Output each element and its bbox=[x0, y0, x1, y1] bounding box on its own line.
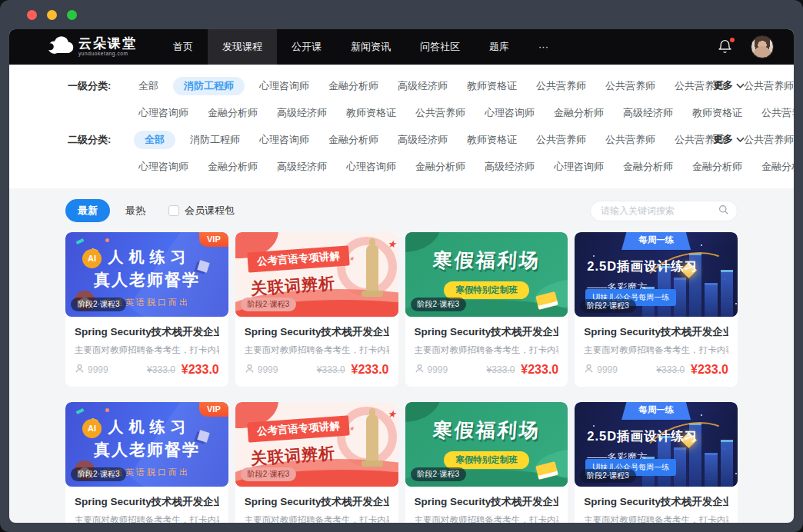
category-chip[interactable]: 高级经济师 bbox=[618, 104, 678, 122]
category-chip[interactable]: 教师资格证 bbox=[688, 104, 747, 122]
category-chip[interactable]: 金融分析师 bbox=[203, 104, 262, 122]
student-count: 9999 bbox=[75, 364, 108, 376]
banner-title: 寒假福利场 bbox=[405, 417, 568, 443]
current-price: ¥233.0 bbox=[352, 363, 389, 377]
category-chip[interactable]: 心理咨询师 bbox=[342, 158, 401, 176]
member-package-checkbox[interactable] bbox=[168, 205, 179, 216]
course-title[interactable]: Spring Security技术栈开发企业下的交... bbox=[75, 325, 219, 339]
course-description: 主要面对教师招聘备考考生，打卡内容包括... bbox=[584, 344, 728, 356]
person-icon bbox=[75, 364, 85, 376]
category-chip[interactable]: 全部 bbox=[134, 77, 163, 95]
category-chip[interactable]: 公共营养师 bbox=[411, 104, 470, 122]
category-chip[interactable]: 公共营养师 bbox=[601, 77, 660, 95]
more-button-level1[interactable]: 更多 bbox=[713, 78, 745, 92]
category-chip[interactable]: 心理咨询师 bbox=[255, 77, 314, 95]
category-chip[interactable]: 高级经济师 bbox=[272, 158, 332, 176]
notification-bell-icon[interactable] bbox=[717, 38, 734, 55]
category-chip[interactable]: 高级经济师 bbox=[272, 104, 332, 122]
person-icon bbox=[415, 364, 425, 376]
category-chip[interactable]: 公共营养师 bbox=[531, 131, 591, 149]
nav-item-discover-courses[interactable]: 发现课程 bbox=[208, 29, 277, 65]
banner-ribbon: 每周一练 bbox=[621, 232, 691, 250]
category-chip[interactable]: 公共营养师 bbox=[739, 131, 794, 149]
person-icon bbox=[245, 364, 255, 376]
tab-hottest[interactable]: 最热 bbox=[125, 204, 145, 218]
course-card[interactable]: 寒假福利场 寒假特别定制班 阶段2·课程3 Spring Security技术栈… bbox=[405, 232, 568, 387]
category-chip[interactable]: 公共营养师 bbox=[531, 77, 591, 95]
student-count: 9999 bbox=[415, 364, 448, 376]
category-chip[interactable]: 金融分析师 bbox=[618, 158, 678, 176]
stage-badge: 阶段2·课程3 bbox=[71, 467, 126, 481]
search-icon[interactable] bbox=[718, 204, 729, 218]
close-window-button[interactable] bbox=[27, 10, 37, 20]
course-card[interactable]: AI VIP 人机练习 真人老师督学 地道英语脱口而出 阶段2·课程3 Spri… bbox=[65, 402, 228, 523]
category-chip[interactable]: 心理咨询师 bbox=[255, 131, 314, 149]
course-card[interactable]: 寒假福利场 寒假特别定制班 阶段2·课程3 Spring Security技术栈… bbox=[405, 402, 568, 523]
nav-item-qa-community[interactable]: 问答社区 bbox=[405, 29, 475, 65]
course-title[interactable]: Spring Security技术栈开发企业 bbox=[415, 325, 559, 339]
logo[interactable]: 云朵课堂 yunduoketang.com bbox=[45, 35, 137, 59]
course-card[interactable]: 公考言语专项讲解 关联词辨析 阶段2·课程3 Spring Security技术… bbox=[235, 402, 398, 523]
category-chip-selected[interactable]: 消防工程师 bbox=[173, 77, 245, 95]
course-card[interactable]: 每周一练 2.5D插画设计练习 ——多彩魔方 UI妹儿公众号每周一练 阶段2·课… bbox=[575, 232, 738, 387]
category-chip[interactable]: 教师资格证 bbox=[342, 104, 401, 122]
decor-confetti bbox=[105, 408, 109, 412]
course-card[interactable]: 每周一练 2.5D插画设计练习 ——多彩魔方 UI妹儿公众号每周一练 阶段2·课… bbox=[575, 402, 738, 523]
minimize-window-button[interactable] bbox=[47, 10, 57, 20]
tab-newest[interactable]: 最新 bbox=[65, 199, 110, 222]
category-chip[interactable]: 高级经济师 bbox=[480, 158, 539, 176]
category-chip[interactable]: 高级经济师 bbox=[393, 77, 452, 95]
filter-level1-label: 一级分类: bbox=[68, 77, 134, 131]
nav-item-more-ellipsis[interactable]: ··· bbox=[524, 29, 563, 65]
category-chip[interactable]: 金融分析师 bbox=[411, 158, 470, 176]
window-titlebar bbox=[0, 0, 803, 29]
nav-item-open-classes[interactable]: 公开课 bbox=[277, 29, 336, 65]
category-chip[interactable]: 金融分析师 bbox=[757, 158, 794, 176]
category-chip[interactable]: 公共营养师 bbox=[757, 104, 794, 122]
course-title[interactable]: Spring Security技术栈开发企业下的交... bbox=[245, 495, 389, 509]
course-card[interactable]: 公考言语专项讲解 关联词辨析 阶段2·课程3 Spring Security技术… bbox=[235, 232, 398, 387]
category-chip[interactable]: 公共营养师 bbox=[739, 77, 794, 95]
member-package-filter[interactable]: 会员课程包 bbox=[168, 204, 235, 218]
course-description: 主要面对教师招聘备考考生，打卡内容包括... bbox=[245, 344, 389, 356]
category-chip[interactable]: 消防工程师 bbox=[185, 131, 245, 149]
category-chip[interactable]: 金融分析师 bbox=[203, 158, 262, 176]
ai-badge: AI bbox=[82, 419, 102, 438]
category-chip[interactable]: 教师资格证 bbox=[462, 77, 521, 95]
category-chip[interactable]: 公共营养师 bbox=[601, 131, 660, 149]
category-chip[interactable]: 金融分析师 bbox=[688, 158, 747, 176]
course-banner-navy: 每周一练 2.5D插画设计练习 ——多彩魔方 UI妹儿公众号每周一练 阶段2·课… bbox=[575, 402, 738, 487]
nav-item-home[interactable]: 首页 bbox=[158, 29, 208, 65]
course-title[interactable]: Spring Security技术栈开发企业 bbox=[584, 495, 728, 509]
user-avatar[interactable] bbox=[751, 35, 774, 58]
category-chip[interactable]: 心理咨询师 bbox=[134, 104, 193, 122]
search-box[interactable] bbox=[590, 201, 738, 221]
category-chip[interactable]: 教师资格证 bbox=[462, 131, 521, 149]
stage-badge: 阶段2·课程3 bbox=[580, 299, 635, 313]
course-description: 主要面对教师招聘备考考生，打卡内容包括... bbox=[75, 344, 219, 356]
course-title[interactable]: Spring Security技术栈开发企业下的交... bbox=[75, 495, 219, 509]
filter-level2: 二级分类: 全部 消防工程师 心理咨询师 金融分析师 高级经济师 教师资格证 公… bbox=[68, 131, 745, 185]
student-count: 9999 bbox=[584, 364, 618, 376]
course-title[interactable]: Spring Security技术栈开发企业 bbox=[584, 325, 728, 339]
stage-badge: 阶段2·课程3 bbox=[580, 469, 635, 483]
search-input[interactable] bbox=[601, 205, 718, 216]
category-chip[interactable]: 心理咨询师 bbox=[134, 158, 193, 176]
more-button-level2[interactable]: 更多 bbox=[713, 132, 745, 146]
category-chip[interactable]: 心理咨询师 bbox=[480, 104, 539, 122]
zoom-window-button[interactable] bbox=[67, 10, 77, 20]
nav-item-question-bank[interactable]: 题库 bbox=[475, 29, 524, 65]
original-price: ¥333.0 bbox=[317, 364, 345, 375]
course-title[interactable]: Spring Security技术栈开发企业 bbox=[415, 495, 559, 509]
decor-confetti bbox=[105, 238, 109, 242]
category-chip-selected[interactable]: 全部 bbox=[134, 131, 175, 149]
category-chip[interactable]: 心理咨询师 bbox=[549, 158, 608, 176]
course-card[interactable]: AI VIP 人机练习 真人老师督学 地道英语脱口而出 阶段2·课程3 Spri… bbox=[65, 232, 228, 387]
category-chip[interactable]: 金融分析师 bbox=[324, 77, 383, 95]
nav-item-news[interactable]: 新闻资讯 bbox=[336, 29, 405, 65]
category-chip[interactable]: 高级经济师 bbox=[393, 131, 452, 149]
course-title[interactable]: Spring Security技术栈开发企业 bbox=[245, 325, 389, 339]
category-chip[interactable]: 金融分析师 bbox=[324, 131, 383, 149]
category-chip[interactable]: 金融分析师 bbox=[549, 104, 608, 122]
decor-monument bbox=[366, 414, 378, 462]
